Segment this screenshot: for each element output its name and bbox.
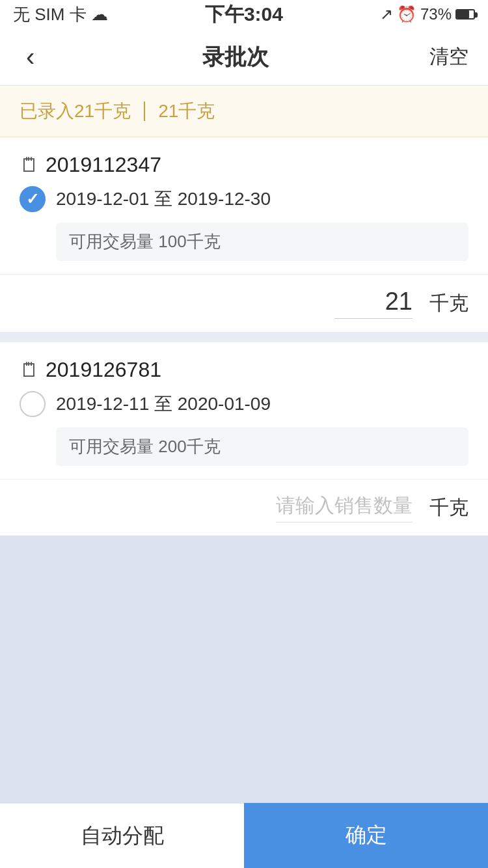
quantity-value-1: 21 <box>385 288 413 316</box>
quantity-row-1: 21 千克 <box>0 274 488 332</box>
quantity-unit-1: 千克 <box>429 290 468 317</box>
radio-button-2[interactable] <box>20 391 46 417</box>
alarm-icon: ⏰ <box>397 5 416 23</box>
batch-id-row-2: 🗒 2019126781 <box>20 358 468 382</box>
batch-card-2: 🗒 2019126781 2019-12-11 至 2020-01-09 可用交… <box>0 342 488 536</box>
batch-date-row-1: ✓ 2019-12-01 至 2019-12-30 <box>20 186 468 212</box>
recorded-label: 已录入21千克 <box>20 99 131 124</box>
batch-icon-2: 🗒 <box>20 359 39 381</box>
status-bar: 无 SIM 卡 ☁ 下午3:04 ↗ ⏰ 73% <box>0 0 488 29</box>
info-divider <box>144 102 145 121</box>
empty-area <box>0 536 488 809</box>
clear-button[interactable]: 清空 <box>429 44 468 70</box>
quantity-placeholder-2[interactable]: 请输入销售数量 <box>276 493 413 522</box>
status-right: ↗ ⏰ 73% <box>380 5 475 23</box>
batch-date-1: 2019-12-01 至 2019-12-30 <box>56 187 271 211</box>
page-title: 录批次 <box>202 42 269 72</box>
batch-id-1: 2019112347 <box>46 153 161 177</box>
battery-text: 73% <box>420 5 452 23</box>
no-sim-text: 无 SIM 卡 ☁ <box>13 3 108 26</box>
status-left: 无 SIM 卡 ☁ <box>13 3 108 26</box>
location-icon: ↗ <box>380 5 393 23</box>
quantity-input-1[interactable]: 21 <box>334 288 413 319</box>
status-time: 下午3:04 <box>205 1 283 28</box>
batch-id-row-1: 🗒 2019112347 <box>20 153 468 177</box>
info-banner: 已录入21千克 21千克 <box>0 86 488 137</box>
batch-available-2: 可用交易量 200千克 <box>56 427 468 466</box>
card-divider <box>0 332 488 342</box>
content-area: 🗒 2019112347 ✓ 2019-12-01 至 2019-12-30 可… <box>0 137 488 868</box>
batch-id-2: 2019126781 <box>46 358 161 382</box>
recorded-value: 21千克 <box>158 99 215 124</box>
battery-icon <box>455 9 475 20</box>
placeholder-label: 请输入销售数量 <box>276 495 413 516</box>
radio-button-1[interactable]: ✓ <box>20 186 46 212</box>
batch-date-2: 2019-12-11 至 2020-01-09 <box>56 392 271 416</box>
batch-available-1: 可用交易量 100千克 <box>56 223 468 261</box>
back-button[interactable]: ‹ <box>20 36 41 78</box>
nav-bar: ‹ 录批次 清空 <box>0 29 488 86</box>
batch-card-1: 🗒 2019112347 ✓ 2019-12-01 至 2019-12-30 可… <box>0 137 488 332</box>
batch-date-row-2: 2019-12-11 至 2020-01-09 <box>20 391 468 417</box>
radio-check-icon-1: ✓ <box>26 190 39 208</box>
quantity-unit-2: 千克 <box>429 495 468 521</box>
batch-icon-1: 🗒 <box>20 154 39 176</box>
confirm-button[interactable]: 确定 <box>244 803 488 868</box>
auto-distribute-button[interactable]: 自动分配 <box>0 803 244 868</box>
quantity-placeholder-row-2: 请输入销售数量 千克 <box>0 479 488 536</box>
bottom-bar: 自动分配 确定 <box>0 803 488 868</box>
